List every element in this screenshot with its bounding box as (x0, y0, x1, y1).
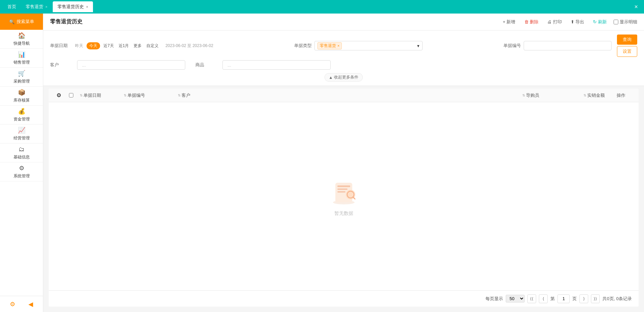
type-tag-remove[interactable]: × (337, 44, 339, 48)
svg-line-7 (353, 197, 355, 199)
print-button[interactable]: 🖨 打印 (545, 18, 564, 26)
sidebar-item-finance[interactable]: 💰 资金管理 (0, 106, 43, 125)
customer-dots: ... (82, 63, 86, 68)
svg-rect-3 (337, 188, 348, 190)
table-section: ⚙ ⇅ 单据日期 ⇅ 单据编号 ⇅ 客户 (49, 89, 639, 307)
th-customer[interactable]: ⇅ 客户 (175, 92, 520, 98)
sidebar-item-sales[interactable]: 📊 销售管理 (0, 49, 43, 68)
tab-retail-return-label: 零售退货 (26, 4, 43, 10)
th-amount[interactable]: ⇅ 实销金额 (564, 92, 607, 98)
page-label: 第 (550, 296, 555, 302)
sort-icon-amount: ⇅ (583, 93, 586, 97)
operation-icon: 📈 (18, 127, 25, 134)
window-close-button[interactable]: × (631, 3, 641, 10)
collapse-sidebar-icon[interactable]: ◀ (28, 300, 33, 308)
sales-icon: 📊 (18, 51, 25, 58)
show-detail-label: 显示明细 (614, 19, 637, 25)
system-icon: ⚙ (19, 164, 24, 172)
type-filter-select[interactable]: 零售退货 × ▾ (314, 41, 423, 50)
home-icon: 🏠 (18, 32, 25, 39)
table-select-all-checkbox[interactable] (65, 93, 77, 97)
last-page-button[interactable]: ⟩⟩ (591, 294, 600, 303)
collapse-row: ▲ 收起更多条件 (50, 73, 637, 82)
per-page-select[interactable]: 50 10 20 100 (506, 295, 525, 303)
type-filter-label: 单据类型 (294, 43, 314, 49)
empty-illustration (329, 176, 359, 206)
show-detail-checkbox[interactable] (614, 20, 618, 24)
date-filter-options: 昨天 今天 近7天 近1月 更多 自定义 (74, 42, 160, 49)
delete-button[interactable]: 🗑 删除 (522, 18, 541, 26)
refresh-button[interactable]: ↻ 刷新 (591, 18, 609, 26)
th-customer-label: 客户 (182, 92, 190, 98)
sidebar-item-purchase[interactable]: 🛒 采购管理 (0, 68, 43, 87)
tab-home[interactable]: 首页 (3, 1, 21, 12)
sidebar-item-operation-label: 经营管理 (14, 135, 30, 141)
date-opt-today[interactable]: 今天 (87, 42, 100, 49)
sidebar-item-finance-label: 资金管理 (14, 116, 30, 122)
main-layout: 🔍 搜索菜单 🏠 快捷导航 📊 销售管理 🛒 采购管理 📦 库存核算 💰 资金管… (0, 14, 644, 312)
sidebar-item-sales-label: 销售管理 (14, 60, 30, 65)
purchase-icon: 🛒 (18, 70, 25, 77)
th-number[interactable]: ⇅ 单据编号 (121, 92, 175, 98)
goods-filter-select[interactable]: ... (222, 60, 331, 70)
collapse-up-icon: ▲ (329, 75, 333, 80)
type-tag-label: 零售退货 (320, 43, 336, 49)
th-date[interactable]: ⇅ 单据日期 (77, 92, 121, 98)
sidebar-item-basic-label: 基础信息 (14, 154, 30, 160)
total-info: 共0页, 0条记录 (602, 296, 632, 302)
th-number-label: 单据编号 (127, 92, 145, 98)
select-all-input[interactable] (69, 93, 73, 97)
show-detail-text: 显示明细 (620, 19, 637, 25)
svg-rect-4 (337, 191, 345, 193)
filter-row-customer: 客户 ... 商品 ... (50, 60, 637, 70)
date-opt-7days[interactable]: 近7天 (102, 42, 115, 49)
date-range-display: 2023-06-02 至 2023-06-02 (165, 43, 213, 49)
customer-filter-label: 客户 (50, 62, 74, 68)
sidebar-item-operation[interactable]: 📈 经营管理 (0, 125, 43, 143)
page-header: 零售退货历史 + 新增 🗑 删除 🖨 打印 ⬆ 导出 ↻ 刷新 显示明细 (43, 14, 644, 30)
tab-retail-return[interactable]: 零售退货 × (21, 1, 52, 12)
th-date-label: 单据日期 (84, 92, 101, 98)
current-page-input[interactable] (557, 294, 570, 303)
date-opt-more[interactable]: 更多 (132, 42, 143, 49)
th-guide[interactable]: ⇅ 导购员 (520, 92, 564, 98)
customer-filter-select[interactable]: ... (77, 60, 185, 70)
export-button[interactable]: ⬆ 导出 (569, 18, 587, 26)
settings-bottom-icon[interactable]: ⚙ (10, 300, 15, 308)
sidebar: 🔍 搜索菜单 🏠 快捷导航 📊 销售管理 🛒 采购管理 📦 库存核算 💰 资金管… (0, 14, 43, 312)
number-filter-input[interactable] (524, 41, 612, 50)
date-opt-yesterday[interactable]: 昨天 (74, 42, 85, 49)
sidebar-search[interactable]: 🔍 搜索菜单 (0, 14, 43, 30)
table-settings-icon[interactable]: ⚙ (53, 92, 65, 98)
collapse-button[interactable]: ▲ 收起更多条件 (325, 73, 363, 82)
collapse-label: 收起更多条件 (334, 74, 358, 80)
add-button[interactable]: + 新增 (501, 18, 517, 26)
th-operate-label: 操作 (617, 92, 625, 98)
empty-text: 暂无数据 (334, 210, 353, 217)
per-page-label: 每页显示 (485, 296, 503, 302)
tab-retail-return-history[interactable]: 零售退货历史 × (53, 1, 93, 12)
settings-button[interactable]: 设置 (617, 46, 637, 57)
sidebar-item-quick-nav-label: 快捷导航 (14, 41, 30, 46)
sidebar-item-system[interactable]: ⚙ 系统管理 (0, 162, 43, 181)
sidebar-item-quick-nav[interactable]: 🏠 快捷导航 (0, 30, 43, 49)
page-title: 零售退货历史 (50, 18, 501, 25)
page-unit: 页 (572, 296, 577, 302)
sidebar-search-label: 搜索菜单 (17, 19, 34, 25)
date-opt-1month[interactable]: 近1月 (117, 42, 130, 49)
date-opt-custom[interactable]: 自定义 (145, 42, 160, 49)
sidebar-item-inventory[interactable]: 📦 库存核算 (0, 87, 43, 106)
first-page-button[interactable]: ⟨⟨ (527, 294, 536, 303)
finance-icon: 💰 (18, 108, 25, 115)
tab-retail-return-history-close[interactable]: × (86, 5, 88, 9)
sidebar-item-basic[interactable]: 🗂 基础信息 (0, 143, 43, 162)
gear-icon: ⚙ (56, 92, 61, 98)
tab-retail-return-close[interactable]: × (45, 5, 47, 9)
prev-page-button[interactable]: ⟨ (539, 294, 548, 303)
pagination: 每页显示 50 10 20 100 ⟨⟨ ⟨ 第 页 ⟩ ⟩⟩ 共0页, 0条记… (49, 290, 639, 307)
content-area: 零售退货历史 + 新增 🗑 删除 🖨 打印 ⬆ 导出 ↻ 刷新 显示明细 单据日… (43, 14, 644, 312)
query-button[interactable]: 查询 (617, 35, 637, 45)
table-header: ⚙ ⇅ 单据日期 ⇅ 单据编号 ⇅ 客户 (49, 89, 639, 102)
next-page-button[interactable]: ⟩ (579, 294, 588, 303)
goods-filter-block: 商品 ... (195, 60, 331, 70)
